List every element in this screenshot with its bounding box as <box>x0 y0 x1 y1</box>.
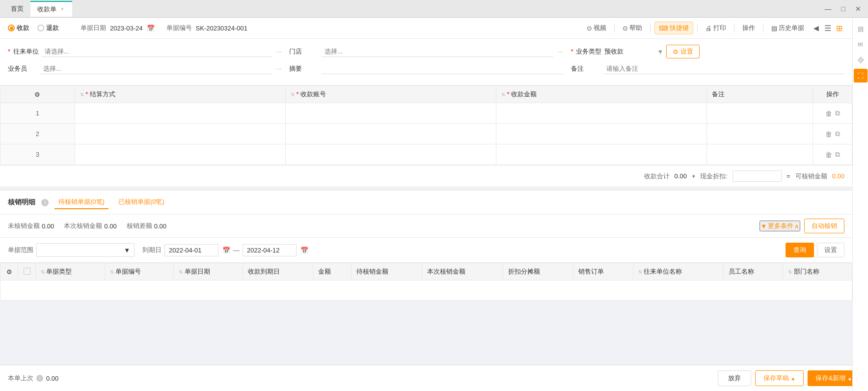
remark-cell[interactable] <box>706 103 813 124</box>
print-button[interactable]: 🖨 打印 <box>702 22 730 34</box>
amount-cell[interactable] <box>496 144 706 165</box>
sidebar-link-btn[interactable]: ⛓ <box>854 53 868 67</box>
receipt-radio[interactable]: 收款 <box>8 24 29 32</box>
sep1 <box>614 24 615 32</box>
video-button[interactable]: ⊙ 视频 <box>583 22 610 34</box>
form-setting-button[interactable]: ⚙ 设置 <box>666 45 700 58</box>
more-conditions-button[interactable]: ▼ 更多条件 ∧ <box>760 221 800 231</box>
lower-col-checkbox[interactable] <box>18 263 36 280</box>
close-button[interactable]: ✕ <box>852 4 864 14</box>
footer: 本单上次 i 0.00 放弃 保存草稿 ▲ 保存&新增 ▲ <box>0 364 868 391</box>
discard-button[interactable]: 放弃 <box>718 370 751 386</box>
range-field: 单据范围 ▼ <box>8 243 135 257</box>
tab-home[interactable]: 首页 <box>4 1 30 16</box>
store-input[interactable] <box>322 46 553 57</box>
store-more-btn[interactable]: ··· <box>558 48 563 55</box>
salesperson-input[interactable] <box>40 63 271 74</box>
required-star2: * <box>571 48 573 55</box>
tab-close-icon[interactable]: × <box>59 6 65 12</box>
end-calendar-icon[interactable]: 📅 <box>300 247 308 254</box>
counterpart-more-btn[interactable]: ··· <box>276 48 281 55</box>
sidebar-table-btn[interactable]: ▤ <box>854 22 868 35</box>
lower-table-empty-row <box>0 280 852 301</box>
prev-arrow[interactable]: ◀ <box>812 24 820 32</box>
account-cell[interactable] <box>285 144 496 165</box>
amount-cell[interactable] <box>496 103 706 124</box>
stats-row: 未核销金额 0.00 本次核销金额 0.00 核销差额 0.00 ▼ 更多条件 … <box>0 215 852 238</box>
start-calendar-icon[interactable]: 📅 <box>222 247 230 254</box>
shortcut-icon: ⌨ <box>659 25 668 32</box>
business-type-label: * 业务类型 <box>571 47 602 56</box>
sidebar-camera-icon: ⛶ <box>857 72 864 80</box>
total-val: 0.00 <box>675 172 687 180</box>
sidebar-email-icon: ✉ <box>858 41 863 48</box>
filter-setting-button[interactable]: 设置 <box>817 243 844 257</box>
lower-col-bill-no: ⇅ 单据编号 <box>105 263 174 280</box>
auto-reconcile-button[interactable]: 自动核销 <box>804 219 844 233</box>
copy-icon[interactable]: ⧉ <box>835 130 840 138</box>
date-start-input[interactable] <box>164 244 218 256</box>
range-select[interactable]: ▼ <box>36 243 135 257</box>
current-val: 0.00 <box>104 223 116 230</box>
delete-icon[interactable]: 🗑 <box>825 130 832 138</box>
delete-icon[interactable]: 🗑 <box>825 151 832 159</box>
select-all-checkbox[interactable] <box>24 268 30 275</box>
settlement-cell[interactable] <box>75 144 285 165</box>
account-cell[interactable] <box>285 103 496 124</box>
date-calendar-icon[interactable]: 📅 <box>147 25 155 32</box>
footer-label: 本单上次 <box>8 374 33 383</box>
footer-info-icon[interactable]: i <box>36 375 43 382</box>
done-tab[interactable]: 已核销单据(0笔) <box>114 196 168 209</box>
shortcut-button[interactable]: ⌨ 快捷键 <box>654 22 693 34</box>
date-end-input[interactable] <box>243 244 297 256</box>
store-field: 门店 ··· <box>289 46 563 57</box>
maximize-button[interactable]: □ <box>839 4 848 14</box>
remark-cell[interactable] <box>706 124 813 144</box>
business-type-value: 预收款 <box>604 47 624 56</box>
minimize-button[interactable]: — <box>822 4 835 14</box>
date-label: 单据日期 <box>81 24 106 32</box>
amount-cell[interactable] <box>496 124 706 144</box>
history-button[interactable]: ▤ 历史单据 <box>767 22 808 34</box>
form-layout-btn[interactable]: ⊞ <box>834 23 844 34</box>
save-draft-button[interactable]: 保存草稿 ▲ <box>755 370 804 386</box>
copy-icon[interactable]: ⧉ <box>835 109 840 117</box>
discount-input[interactable] <box>732 170 782 182</box>
business-type-select[interactable]: 预收款 ▼ <box>604 47 663 56</box>
refund-radio[interactable]: 退款 <box>37 24 59 32</box>
lower-col-due-date: 收款到期日 <box>243 263 313 280</box>
sidebar-camera-btn[interactable]: ⛶ <box>854 69 868 83</box>
counterpart-input[interactable] <box>42 46 272 57</box>
col-settlement-header: ⇅ * 结算方式 <box>75 86 285 103</box>
reconcile-info-icon[interactable]: i <box>41 199 49 206</box>
summary-input[interactable] <box>322 63 563 74</box>
bill-no-label: 单据编号 <box>166 24 192 32</box>
col-gear-header[interactable]: ⚙ <box>0 86 75 103</box>
lower-col-pending: 待核销金额 <box>352 263 422 280</box>
help-button[interactable]: ⊙ 帮助 <box>619 22 646 34</box>
account-cell[interactable] <box>285 124 496 144</box>
salesperson-more-btn[interactable]: ··· <box>276 65 281 72</box>
remark-cell[interactable] <box>706 144 813 165</box>
col-amount-header: ⇅ * 收款金额 <box>496 86 706 103</box>
settlement-cell[interactable] <box>75 124 285 144</box>
settlement-cell[interactable] <box>75 103 285 124</box>
lower-col-gear[interactable]: ⚙ <box>0 263 18 280</box>
query-button[interactable]: 查询 <box>786 243 814 257</box>
summary-label: 摘要 <box>289 64 319 73</box>
list-layout-btn[interactable]: ☰ <box>822 23 833 34</box>
remark-input[interactable] <box>603 63 844 74</box>
action-button[interactable]: 操作 <box>738 22 759 34</box>
lower-table: ⚙ ⇅ 单据类型 ⇅ 单据编号 ⇅ 单据日期 <box>0 263 852 301</box>
copy-icon[interactable]: ⧉ <box>835 150 840 159</box>
shortcut-label: 快捷键 <box>670 24 689 32</box>
delete-icon[interactable]: 🗑 <box>825 110 832 117</box>
pending-tab[interactable]: 待核销单据(0笔) <box>54 196 108 209</box>
diff-val: 0.00 <box>154 223 166 230</box>
tab-active[interactable]: 收款单 × <box>30 1 72 17</box>
history-icon: ▤ <box>771 25 777 32</box>
form-row-2: 业务员 ··· 摘要 备注 <box>8 63 844 74</box>
diff-label: 核销差额 <box>127 222 152 230</box>
sidebar-email-btn[interactable]: ✉ <box>854 37 868 51</box>
lower-col-amount: 金额 <box>313 263 352 280</box>
